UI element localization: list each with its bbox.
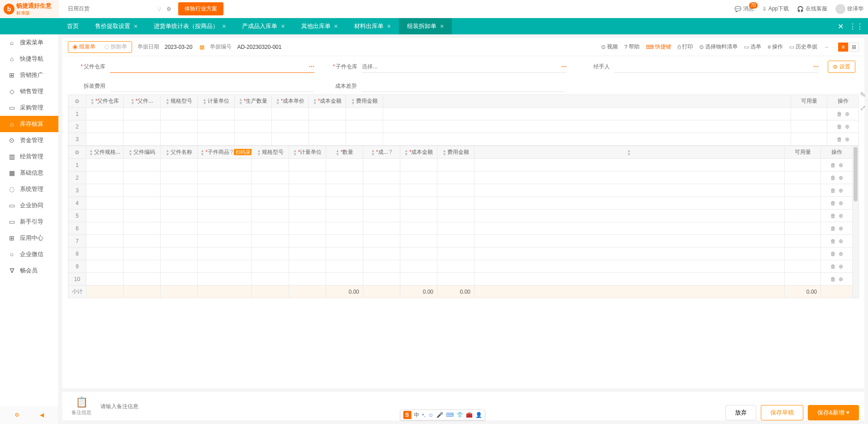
cell[interactable]: [400, 260, 437, 273]
delete-icon[interactable]: 🗑: [830, 162, 836, 168]
cell[interactable]: [86, 222, 123, 235]
vertical-scrollbar[interactable]: [853, 146, 859, 298]
video-action[interactable]: ⊙视频: [601, 43, 618, 51]
cell[interactable]: [400, 210, 437, 222]
cell[interactable]: [161, 197, 198, 210]
sidebar-collapse-icon[interactable]: ◀: [40, 412, 44, 418]
copy-icon[interactable]: ⊕: [839, 213, 843, 219]
cell[interactable]: [363, 159, 400, 172]
cell[interactable]: [86, 235, 123, 248]
cell[interactable]: [363, 273, 400, 286]
col-header[interactable]: ▲▼计量单位: [198, 95, 235, 108]
cell[interactable]: [363, 197, 400, 210]
cell[interactable]: [289, 197, 326, 210]
cell[interactable]: [123, 197, 161, 210]
cell[interactable]: [289, 260, 326, 273]
cell[interactable]: [123, 159, 161, 172]
cell[interactable]: [400, 197, 437, 210]
sidebar-item[interactable]: ▭新手引导: [0, 214, 58, 230]
cell[interactable]: [326, 222, 363, 235]
cell[interactable]: [86, 172, 123, 184]
cell[interactable]: [326, 273, 363, 286]
sidebar-item[interactable]: ⌂快捷导航: [0, 51, 58, 67]
edit-float-icon[interactable]: ✎: [860, 91, 866, 99]
cell[interactable]: [437, 222, 474, 235]
cell[interactable]: [289, 210, 326, 222]
ellipsis-icon[interactable]: ⋯: [309, 63, 314, 70]
cell[interactable]: [272, 108, 309, 120]
cell[interactable]: [289, 184, 326, 197]
child-warehouse-input[interactable]: ⋯: [362, 61, 566, 73]
cell[interactable]: [123, 210, 161, 222]
cell[interactable]: [400, 235, 437, 248]
copy-icon[interactable]: ⊕: [839, 200, 843, 206]
sidebar-item[interactable]: ▥经营管理: [0, 148, 58, 165]
cell[interactable]: [309, 120, 346, 133]
delete-icon[interactable]: 🗑: [830, 263, 836, 270]
cell[interactable]: [252, 248, 289, 260]
copy-icon[interactable]: ⊕: [839, 238, 843, 244]
delete-icon[interactable]: 🗑: [837, 124, 842, 130]
cell[interactable]: [198, 108, 235, 120]
copy-icon[interactable]: ⊕: [845, 111, 849, 117]
cell[interactable]: [235, 108, 272, 120]
cell[interactable]: [252, 210, 289, 222]
cell[interactable]: [252, 273, 289, 286]
cost-variance-input[interactable]: [361, 80, 565, 92]
cell[interactable]: [198, 248, 252, 260]
delete-icon[interactable]: 🗑: [830, 187, 836, 194]
help-action[interactable]: ?帮助: [624, 43, 640, 51]
tab[interactable]: 其他出库单×: [293, 18, 346, 34]
cell[interactable]: [161, 172, 198, 184]
cell[interactable]: [123, 108, 161, 120]
cell[interactable]: [363, 248, 400, 260]
cell[interactable]: [198, 273, 252, 286]
cell[interactable]: [252, 197, 289, 210]
save-draft-button[interactable]: 保存草稿: [761, 405, 803, 420]
tab-close-icon[interactable]: ×: [222, 23, 226, 30]
cell[interactable]: [346, 120, 383, 133]
cell[interactable]: [86, 120, 123, 133]
col-header[interactable]: ▲▼*子件商品?扫码录入: [198, 146, 252, 159]
cell[interactable]: [161, 248, 198, 260]
delete-icon[interactable]: 🗑: [830, 238, 836, 244]
cell[interactable]: [252, 184, 289, 197]
cell[interactable]: [86, 159, 123, 172]
cell[interactable]: [252, 260, 289, 273]
discard-button[interactable]: 放弃: [726, 405, 756, 420]
gear-icon[interactable]: ⚙: [75, 98, 80, 105]
cell[interactable]: [198, 184, 252, 197]
product-selector[interactable]: 日用百货 ⋁: [68, 5, 161, 13]
copy-icon[interactable]: ⊕: [839, 251, 843, 257]
cell[interactable]: [437, 159, 474, 172]
view-list-button[interactable]: ≡: [838, 43, 848, 52]
tab-close-icon[interactable]: ×: [281, 23, 285, 30]
cell[interactable]: [437, 172, 474, 184]
operation-action[interactable]: ≡操作: [768, 43, 783, 51]
cell[interactable]: [161, 235, 198, 248]
sidebar-item[interactable]: ○企业微信: [0, 246, 58, 262]
cell[interactable]: [272, 133, 309, 146]
ellipsis-icon[interactable]: ⋯: [561, 63, 567, 70]
help-icon[interactable]: ?: [389, 149, 392, 155]
arrow-right-icon[interactable]: →: [824, 44, 829, 50]
cell[interactable]: [123, 260, 161, 273]
cell[interactable]: [161, 184, 198, 197]
cell[interactable]: [86, 133, 123, 146]
radio-assemble[interactable]: 组装单: [68, 43, 100, 51]
ime-smiley-icon[interactable]: ☺: [428, 412, 434, 418]
history-action[interactable]: ▭历史单据: [789, 43, 817, 51]
cell[interactable]: [272, 120, 309, 133]
cell[interactable]: [86, 108, 123, 120]
cell[interactable]: [123, 120, 161, 133]
cell[interactable]: [198, 159, 252, 172]
sidebar-item[interactable]: ▭采购管理: [0, 100, 58, 116]
cell[interactable]: [161, 210, 198, 222]
copy-icon[interactable]: ⊕: [839, 162, 843, 168]
cell[interactable]: [289, 159, 326, 172]
messages-link[interactable]: 💬 消息 70: [735, 5, 754, 13]
cell[interactable]: [161, 120, 198, 133]
cell[interactable]: [400, 172, 437, 184]
cell[interactable]: [400, 273, 437, 286]
col-header[interactable]: ▲▼*数量: [326, 146, 363, 159]
